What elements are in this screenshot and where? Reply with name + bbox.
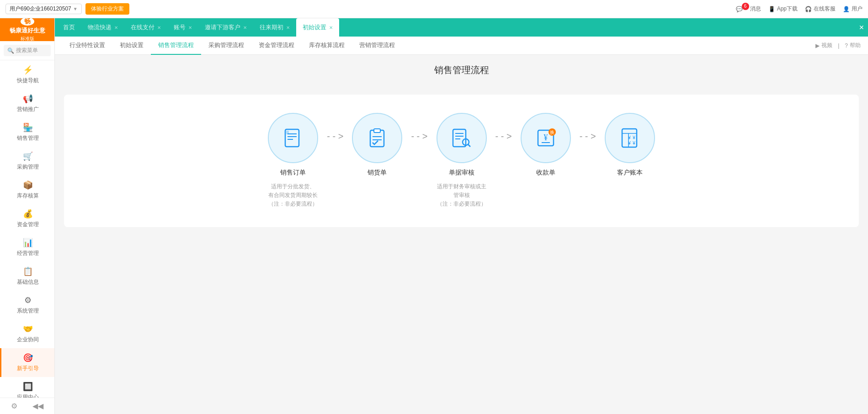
sidebar-label-purchase-mgmt: 采购管理 [17,163,39,171]
flow-arrow-0: - - > [327,113,343,142]
close-tab-icon[interactable]: ✕ [286,25,290,30]
nav-tab-label: 物流快递 [88,23,112,32]
avatar-icon: 👤 [843,6,850,12]
app-download-item[interactable]: 📱 App下载 [768,5,798,13]
sidebar-item-new-guide[interactable]: 🎯 新手引导 [0,348,54,377]
svg-text:¥: ¥ [632,135,635,140]
settings-icon[interactable]: ⚙ [11,402,17,410]
video-help-item[interactable]: ▶ 视频 [815,42,832,49]
sidebar-item-inventory[interactable]: 📦 库存核算 [0,175,54,204]
flow-circle-sales-invoice[interactable] [352,113,402,163]
play-icon: ▶ [815,42,820,49]
page-title: 销售管理流程 [64,64,859,76]
sidebar-item-enterprise-collab[interactable]: 🤝 企业协同 [0,319,54,348]
sub-tab-营销管理流程[interactable]: 营销管理流程 [352,37,402,55]
message-item[interactable]: 💬 6 消息 [736,5,761,13]
sidebar-item-app-center[interactable]: 🔲 应用中心 [0,377,54,398]
flow-circle-customer-ledger[interactable]: ¥ ¥ ¥ ¥ [605,113,655,163]
close-tab-icon[interactable]: ✕ [329,25,333,30]
user-profile-item[interactable]: 👤 用户 [843,5,863,13]
sidebar-item-sales-mgmt[interactable]: 🏪 销售管理 [0,118,54,147]
sidebar-item-marketing-promo[interactable]: 📢 营销推广 [0,89,54,118]
sidebar-icon-finance-mgmt: 💰 [23,209,33,219]
sidebar-icon-marketing-promo: 📢 [23,94,33,104]
flow-arrow-2: - - > [495,113,512,142]
nav-tab-在线支付[interactable]: 在线支付✕ [124,18,167,37]
sidebar-logo: 畅 畅康通好生意 标准版 [0,18,54,41]
customer-service-item[interactable]: 🎧 在线客服 [805,5,836,13]
collapse-icon[interactable]: ◀◀ [32,402,43,410]
flow-circle-doc-review[interactable] [437,113,487,163]
sidebar-label-inventory: 库存核算 [17,192,39,200]
main-layout: 畅 畅康通好生意 标准版 🔍 搜索菜单 ⚡ 快捷导航 📢 营销推广 🏪 销售管理… [0,18,868,414]
customer-service-label: 在线客服 [814,5,836,13]
sidebar-item-sys-mgmt[interactable]: ⚙ 系统管理 [0,291,54,319]
close-tab-icon[interactable]: ✕ [157,25,161,30]
sub-tab-资金管理流程[interactable]: 资金管理流程 [251,37,302,55]
nav-tab-往来期初[interactable]: 往来期初✕ [253,18,296,37]
flow-label-receipt: 收款单 [536,169,555,177]
arrow-icon: - - > [327,131,343,142]
flow-label-sales-invoice: 销货单 [367,169,387,177]
nav-tab-label: 首页 [63,23,75,32]
sidebar-icon-app-center: 🔲 [23,382,33,392]
sub-tab-销售管理流程[interactable]: 销售管理流程 [151,37,201,55]
user-selector[interactable]: 用户690企业1660120507 ▼ [5,4,82,14]
flow-arrow-1: - - > [411,113,427,142]
close-all-tabs-button[interactable]: ✕ [859,24,864,31]
sidebar-item-finance-mgmt[interactable]: 💰 资金管理 [0,204,54,233]
flow-label-sales-order: 销售订单 [280,169,306,177]
sidebar-icon-sales-mgmt: 🏪 [23,122,33,133]
content-area: 首页物流快递✕在线支付✕账号✕邀请下游客户✕往来期初✕初始设置✕✕ 行业特性设置… [55,18,868,414]
sub-tab-label: 营销管理流程 [359,41,395,49]
nav-tab-首页[interactable]: 首页 [57,18,81,37]
sub-tab-label: 资金管理流程 [259,41,294,49]
nav-tab-账号[interactable]: 账号✕ [167,18,198,37]
sidebar-icon-ops-mgmt: 📊 [23,238,33,248]
nav-tab-label: 邀请下游客户 [205,23,240,32]
topbar: 用户690企业1660120507 ▼ 体验行业方案 💬 6 消息 📱 App下… [0,0,868,18]
nav-tab-物流快递[interactable]: 物流快递✕ [81,18,124,37]
sidebar-label-sales-mgmt: 销售管理 [17,134,39,142]
sub-tab-行业特性设置[interactable]: 行业特性设置 [62,37,112,55]
close-tab-icon[interactable]: ✕ [243,25,247,30]
sub-tab-初始设置[interactable]: 初始设置 [112,37,151,55]
sidebar-label-sys-mgmt: 系统管理 [17,307,39,315]
sub-tab-库存核算流程[interactable]: 库存核算流程 [302,37,352,55]
flow-circle-sales-order[interactable] [268,113,318,163]
arrow-icon: - - > [580,131,596,142]
sidebar-icon-purchase-mgmt: 🛒 [23,151,33,161]
sub-tab-label: 行业特性设置 [69,41,105,49]
flow-label-doc-review: 单据审核 [449,169,474,177]
close-tab-icon[interactable]: ✕ [114,25,118,30]
sidebar-item-ops-mgmt[interactable]: 📊 经营管理 [0,233,54,262]
user-name-label: 用户 [852,5,863,13]
sidebar-label-ops-mgmt: 经营管理 [17,249,39,257]
message-badge: 6 [742,3,749,10]
sidebar-label-finance-mgmt: 资金管理 [17,221,39,228]
experience-button[interactable]: 体验行业方案 [85,3,129,15]
flow-arrow-3: - - > [580,113,596,142]
sidebar-item-basic-info[interactable]: 📋 基础信息 [0,262,54,291]
flow-label-customer-ledger: 客户账本 [617,169,643,177]
app-download-label: App下载 [777,5,798,13]
flow-circle-receipt[interactable]: ¥ 换 [521,113,571,163]
sub-tab-采购管理流程[interactable]: 采购管理流程 [201,37,251,55]
nav-tab-初始设置[interactable]: 初始设置✕ [296,18,339,37]
nav-tab-邀请下游客户[interactable]: 邀请下游客户✕ [198,18,253,37]
flow-item-sales-invoice: 销货单 [345,113,409,177]
close-tab-icon[interactable]: ✕ [188,25,192,30]
help-item[interactable]: ? 帮助 [845,42,861,49]
sub-tabs-left: 行业特性设置初始设置销售管理流程采购管理流程资金管理流程库存核算流程营销管理流程 [62,37,402,55]
message-label: 消息 [750,5,761,13]
topbar-right: 💬 6 消息 📱 App下载 🎧 在线客服 👤 用户 [736,5,863,13]
arrow-icon: - - > [495,131,512,142]
sidebar-icon-basic-info: 📋 [23,266,33,276]
sidebar-item-quick-nav[interactable]: ⚡ 快捷导航 [0,60,54,89]
headset-icon: 🎧 [805,6,812,12]
sub-tab-label: 采购管理流程 [208,41,244,49]
svg-text:¥: ¥ [628,141,631,146]
svg-rect-6 [374,129,380,133]
sidebar-item-purchase-mgmt[interactable]: 🛒 采购管理 [0,147,54,175]
search-menu-button[interactable]: 🔍 搜索菜单 [4,45,51,56]
